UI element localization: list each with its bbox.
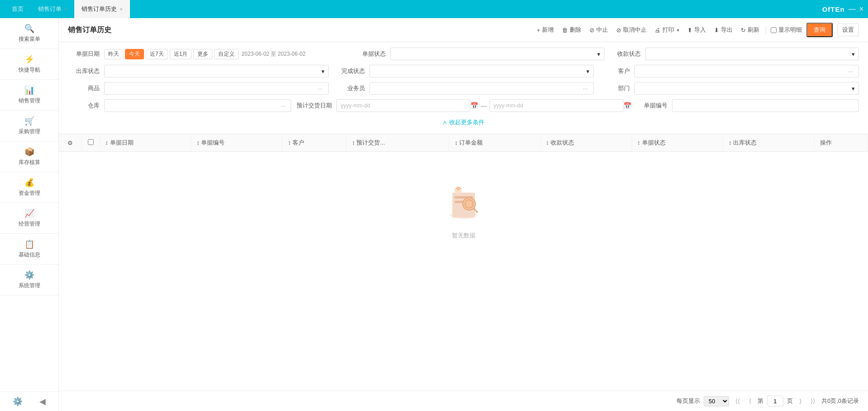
export-button[interactable]: ⬇ 导出 — [712, 25, 734, 35]
page-last-btn[interactable]: ⟩⟩ — [808, 396, 818, 406]
th-checkbox[interactable] — [82, 134, 100, 152]
warehouse-section: 仓库 ··· — [68, 99, 291, 112]
refresh-icon: ↻ — [741, 27, 746, 34]
warehouse-dots[interactable]: ··· — [279, 102, 288, 109]
order-status-select[interactable]: ▾ — [390, 48, 604, 60]
page-next-btn[interactable]: ⟩ — [796, 396, 804, 406]
outbound-label: 出库状态 — [68, 67, 104, 75]
delete-button[interactable]: 🗑 删除 — [560, 25, 583, 35]
refresh-button[interactable]: ↻ 刷新 — [739, 25, 761, 35]
tab-list: 首页 销售订单 × 销售订单历史 × — [5, 0, 822, 18]
sidebar-item-purchase-mgmt[interactable]: 🛒 采购管理 — [0, 111, 58, 141]
show-detail-checkbox-label[interactable]: 显示明细 — [771, 26, 802, 34]
date-btn-last1m[interactable]: 近1月 — [170, 49, 192, 59]
sidebar-item-sales-mgmt[interactable]: 📊 销售管理 — [0, 80, 58, 111]
th-settings[interactable]: ⚙ — [59, 134, 82, 152]
delivery-date-start[interactable]: yyyy-mm-dd — [336, 99, 470, 112]
calendar-icon-start[interactable]: 📅 — [470, 102, 478, 109]
date-filter-content: 昨天 今天 近7天 近1月 更多 自定义 2023-06-02 至 2023-0… — [104, 49, 354, 59]
tab-home[interactable]: 首页 — [5, 0, 31, 18]
sidebar-item-quick-nav[interactable]: ⚡ 快捷导航 — [0, 49, 58, 80]
th-order-status-label: ↕ 单据状态 — [638, 139, 666, 146]
sidebar-item-sys-mgmt[interactable]: ⚙️ 系统管理 — [0, 265, 58, 295]
search-menu-icon: 🔍 — [24, 24, 34, 34]
delivery-date-end[interactable]: yyyy-mm-dd — [489, 99, 623, 112]
collapse-label: ∧ 收起更多条件 — [442, 119, 484, 126]
tab-sales-order-label: 销售订单 — [38, 5, 62, 13]
select-all-checkbox[interactable] — [88, 139, 94, 145]
add-icon: + — [537, 27, 540, 34]
print-button[interactable]: 🖨 打印 ▾ — [653, 25, 681, 35]
sales-mgmt-icon: 📊 — [24, 85, 34, 95]
th-payment-status[interactable]: ↕ 收款状态 — [540, 134, 632, 152]
tab-sales-order-close[interactable]: × — [64, 6, 67, 12]
sidebar-item-ops-mgmt[interactable]: 📈 经营管理 — [0, 203, 58, 234]
pay-status-select[interactable]: ▾ — [645, 48, 859, 60]
goods-select[interactable]: ··· — [104, 82, 329, 95]
th-payment-status-label: ↕ 收款状态 — [546, 139, 574, 146]
calendar-icon-end[interactable]: 📅 — [623, 102, 631, 109]
customer-select[interactable]: ··· — [634, 65, 859, 77]
warehouse-select[interactable]: ··· — [104, 99, 291, 112]
th-outbound-status[interactable]: ↕ 出库状态 — [723, 134, 815, 152]
date-btn-custom[interactable]: 自定义 — [214, 49, 239, 59]
date-btn-today[interactable]: 今天 — [125, 49, 144, 59]
show-detail-checkbox[interactable] — [771, 27, 777, 33]
th-customer[interactable]: ↕ 客户 — [282, 134, 346, 152]
date-btn-last7[interactable]: 近7天 — [146, 49, 168, 59]
dept-select[interactable]: ▾ — [634, 82, 859, 95]
import-button[interactable]: ⬆ 导入 — [686, 25, 708, 35]
add-button[interactable]: + 新增 — [535, 25, 556, 35]
per-page-select[interactable]: 50 10 20 100 — [704, 396, 729, 406]
th-order-date[interactable]: ↕ 单据日期 — [100, 134, 191, 152]
delete-label: 删除 — [570, 26, 581, 34]
th-order-amount[interactable]: ↕ 订单金额 — [449, 134, 541, 152]
complete-dropdown-icon: ▾ — [586, 68, 590, 75]
warehouse-label: 仓库 — [68, 102, 104, 110]
th-order-status[interactable]: ↕ 单据状态 — [632, 134, 723, 152]
date-btn-yesterday[interactable]: 昨天 — [104, 49, 123, 59]
close-btn[interactable]: × — [859, 5, 863, 13]
tab-sales-history[interactable]: 销售订单历史 × — [74, 0, 129, 18]
order-no-input[interactable] — [672, 99, 859, 112]
order-status-label: 单据状态 — [354, 50, 390, 58]
dept-dropdown-icon: ▾ — [852, 85, 855, 92]
tab-sales-order[interactable]: 销售订单 × — [31, 0, 74, 18]
purchase-mgmt-icon: 🛒 — [24, 116, 34, 126]
sidebar-item-capital-mgmt[interactable]: 💰 资金管理 — [0, 172, 58, 203]
complete-select[interactable]: ▾ — [369, 65, 594, 77]
cancel-stop-button[interactable]: ⊘ 取消中止 — [614, 25, 648, 35]
customer-dots[interactable]: ··· — [846, 68, 855, 75]
page-first-btn[interactable]: ⟨⟨ — [733, 396, 743, 406]
date-btn-more[interactable]: 更多 — [193, 49, 212, 59]
page-label: 页 — [787, 397, 793, 405]
th-order-date-label: ↕ 单据日期 — [106, 139, 134, 146]
page-num-input[interactable] — [767, 396, 783, 406]
goods-dots[interactable]: ··· — [316, 85, 325, 92]
delivery-date-end-placeholder: yyyy-mm-dd — [494, 102, 523, 109]
svg-point-8 — [457, 189, 459, 190]
pay-status-section: 收款状态 ▾ — [609, 48, 859, 60]
minimize-btn[interactable]: — — [849, 5, 856, 13]
inventory-calc-icon: 📦 — [24, 147, 34, 157]
collapse-row[interactable]: ∧ 收起更多条件 — [68, 116, 859, 128]
sidebar-collapse-icon[interactable]: ◀ — [39, 396, 46, 406]
stop-button[interactable]: ⊘ 中止 — [588, 25, 610, 35]
sidebar-item-search-menu[interactable]: 🔍 搜索菜单 — [0, 18, 58, 49]
salesperson-select[interactable]: ··· — [369, 82, 594, 95]
tab-sales-history-close[interactable]: × — [120, 6, 122, 12]
salesperson-dots[interactable]: ··· — [581, 85, 590, 92]
query-button[interactable]: 查询 — [806, 23, 833, 37]
sidebar-item-base-info[interactable]: 📋 基础信息 — [0, 234, 58, 265]
th-estimated-delivery[interactable]: ↕ 预计交货... — [346, 134, 449, 152]
sidebar-settings-icon[interactable]: ⚙️ — [13, 396, 23, 406]
pagination-bar: 每页显示 50 10 20 100 ⟨⟨ ⟨ 第 页 ⟩ ⟩⟩ 共0页,0条记录 — [59, 391, 868, 411]
sidebar-item-inventory-calc[interactable]: 📦 库存核算 — [0, 141, 58, 172]
empty-state-icon — [441, 179, 486, 224]
sidebar-item-sys-mgmt-label: 系统管理 — [19, 282, 40, 290]
page-prev-btn[interactable]: ⟨ — [746, 396, 754, 406]
outbound-select[interactable]: ▾ — [104, 65, 329, 77]
settings-button[interactable]: 设置 — [837, 24, 859, 36]
date-quick-btns: 昨天 今天 近7天 近1月 更多 自定义 — [104, 49, 239, 59]
th-order-no[interactable]: ↕ 单据编号 — [191, 134, 283, 152]
